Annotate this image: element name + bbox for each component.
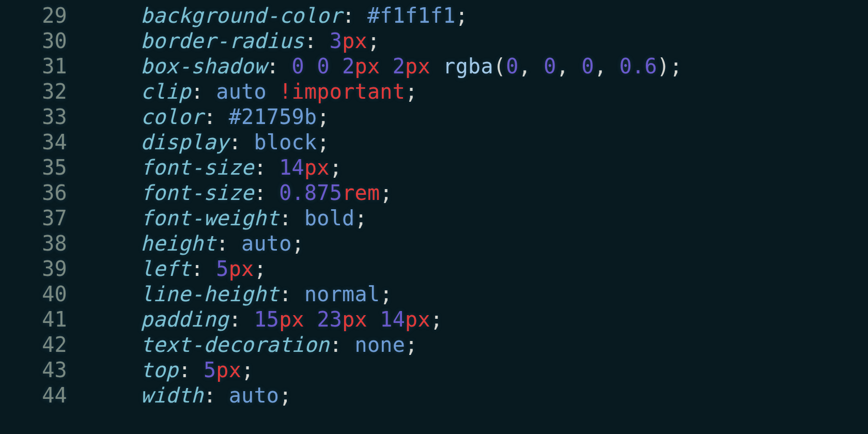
token-semi: ;	[380, 181, 392, 205]
token-semi: ;	[279, 383, 291, 407]
code-content[interactable]: height: auto;	[83, 231, 304, 256]
token-unit: px	[342, 29, 367, 53]
token-unit: px	[405, 307, 430, 331]
line-number: 35	[0, 155, 83, 180]
token-prop: font-weight	[141, 206, 279, 230]
token-prop: text-decoration	[141, 333, 330, 357]
token-colon: :	[330, 333, 355, 357]
token-num: 14	[380, 307, 405, 331]
token-prop: line-height	[141, 282, 279, 306]
code-content[interactable]: clip: auto !important;	[83, 79, 417, 104]
code-content[interactable]: padding: 15px 23px 14px;	[83, 307, 443, 332]
code-line[interactable]: 40line-height: normal;	[0, 282, 868, 307]
code-editor[interactable]: 29background-color: #f1f1f1;30border-rad…	[0, 0, 868, 408]
code-content[interactable]: color: #21759b;	[83, 104, 330, 130]
line-number: 32	[0, 79, 83, 104]
token-val: #f1f1f1	[367, 4, 456, 27]
token-func: rgba	[443, 54, 493, 78]
token-prop: top	[141, 358, 178, 382]
token-unit: rem	[342, 181, 380, 205]
line-number: 29	[0, 3, 83, 28]
token-colon: :	[279, 206, 304, 230]
token-prop: font-size	[141, 181, 254, 205]
token-val: normal	[304, 282, 380, 306]
token-semi: ;	[317, 105, 329, 129]
code-line[interactable]: 41padding: 15px 23px 14px;	[0, 307, 868, 332]
code-content[interactable]: width: auto;	[83, 383, 292, 408]
token-num: 3	[330, 29, 342, 53]
token-punc	[380, 54, 392, 78]
token-colon: :	[342, 4, 367, 27]
token-punc	[304, 54, 317, 78]
code-content[interactable]: font-size: 14px;	[83, 155, 342, 180]
token-val: auto	[229, 383, 280, 407]
code-content[interactable]: background-color: #f1f1f1;	[83, 3, 468, 28]
line-number: 40	[0, 282, 83, 307]
token-num: 14	[279, 156, 304, 179]
token-important: !important	[279, 80, 405, 103]
code-content[interactable]: display: block;	[83, 130, 330, 155]
token-unit: px	[279, 307, 304, 331]
token-semi: ;	[670, 54, 682, 78]
token-val: bold	[304, 206, 355, 230]
token-val: auto	[241, 231, 292, 255]
token-colon: :	[304, 29, 330, 53]
token-num: 15	[254, 307, 279, 331]
token-num: 5	[204, 358, 216, 382]
token-prop: left	[141, 257, 191, 281]
code-line[interactable]: 39left: 5px;	[0, 256, 868, 282]
token-prop: font-size	[141, 156, 254, 179]
code-content[interactable]: left: 5px;	[83, 256, 267, 282]
token-colon: :	[204, 383, 229, 407]
code-line[interactable]: 32clip: auto !important;	[0, 79, 868, 104]
code-line[interactable]: 44width: auto;	[0, 383, 868, 408]
token-num: 0	[317, 54, 329, 78]
code-line[interactable]: 43top: 5px;	[0, 358, 868, 383]
token-unit: px	[355, 54, 380, 78]
code-content[interactable]: line-height: normal;	[83, 282, 393, 307]
code-line[interactable]: 34display: block;	[0, 130, 868, 155]
code-line[interactable]: 29background-color: #f1f1f1;	[0, 3, 868, 28]
code-content[interactable]: font-weight: bold;	[83, 206, 367, 231]
code-content[interactable]: border-radius: 3px;	[83, 28, 380, 54]
token-punc: ,	[594, 54, 619, 78]
code-line[interactable]: 31box-shadow: 0 0 2px 2px rgba(0, 0, 0, …	[0, 54, 868, 79]
token-val: #21759b	[229, 105, 317, 129]
code-line[interactable]: 42text-decoration: none;	[0, 332, 868, 358]
line-number: 39	[0, 256, 83, 282]
token-num: 0	[292, 54, 304, 78]
token-prop: border-radius	[141, 29, 304, 53]
line-number: 34	[0, 130, 83, 155]
code-line[interactable]: 33color: #21759b;	[0, 104, 868, 130]
token-semi: ;	[367, 29, 380, 53]
code-line[interactable]: 35font-size: 14px;	[0, 155, 868, 180]
token-colon: :	[254, 156, 279, 179]
code-line[interactable]: 36font-size: 0.875rem;	[0, 180, 868, 206]
code-content[interactable]: top: 5px;	[83, 358, 254, 383]
code-line[interactable]: 38height: auto;	[0, 231, 868, 256]
token-semi: ;	[330, 156, 342, 179]
line-number: 37	[0, 206, 83, 231]
line-number: 33	[0, 104, 83, 130]
token-prop: box-shadow	[141, 54, 267, 78]
line-number: 43	[0, 358, 83, 383]
token-num: 5	[216, 257, 228, 281]
code-content[interactable]: font-size: 0.875rem;	[83, 180, 393, 206]
token-colon: :	[229, 307, 254, 331]
token-prop: clip	[141, 80, 191, 103]
code-line[interactable]: 37font-weight: bold;	[0, 206, 868, 231]
line-number: 41	[0, 307, 83, 332]
token-punc: )	[657, 54, 670, 78]
token-semi: ;	[292, 231, 304, 255]
token-colon: :	[191, 80, 216, 103]
code-line[interactable]: 30border-radius: 3px;	[0, 28, 868, 54]
token-num: 0	[581, 54, 594, 78]
code-content[interactable]: box-shadow: 0 0 2px 2px rgba(0, 0, 0, 0.…	[83, 54, 683, 79]
token-punc: ,	[556, 54, 582, 78]
token-num: 0.6	[619, 54, 657, 78]
token-prop: height	[141, 231, 216, 255]
code-content[interactable]: text-decoration: none;	[83, 332, 417, 358]
token-num: 0.875	[279, 181, 342, 205]
token-colon: :	[216, 231, 241, 255]
token-semi: ;	[405, 80, 417, 103]
